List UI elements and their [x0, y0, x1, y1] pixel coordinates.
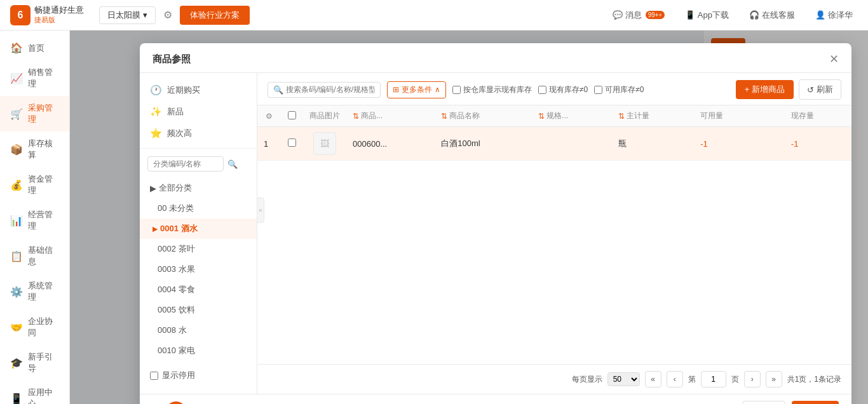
sidebar-item-system[interactable]: ⚙️ 系统管理: [0, 274, 69, 309]
user-icon: 👤: [815, 10, 825, 20]
image-icon: 🖼: [320, 138, 329, 149]
cell-name: 白酒100ml: [435, 127, 532, 161]
online-service-button[interactable]: 🎧 在线客服: [744, 10, 800, 21]
th-code[interactable]: ⇅ 商品...: [346, 105, 435, 127]
recent-buy-icon: 🕐: [150, 84, 162, 96]
purchase-icon: 🛒: [10, 108, 23, 120]
row-checkbox[interactable]: [288, 138, 296, 147]
th-current: 现存量: [785, 105, 851, 127]
store-dropdown[interactable]: 日太阳膜 ▾: [99, 6, 156, 24]
category-item-0001[interactable]: ▶ 0001 酒水: [140, 219, 257, 239]
chevron-up-icon: ∧: [435, 85, 440, 94]
user-menu[interactable]: 👤 徐泽华: [810, 10, 858, 21]
app-download-button[interactable]: 📱 App下载: [680, 10, 734, 21]
cart-button[interactable]: 🛒: [166, 401, 186, 404]
cell-code: 000600...: [346, 127, 435, 161]
th-settings[interactable]: ⚙: [257, 105, 280, 127]
category-search: 🔍: [140, 152, 257, 175]
warehouse-stock-checkbox[interactable]: [452, 86, 461, 94]
cancel-button[interactable]: 取消: [742, 401, 785, 404]
category-search-input[interactable]: [147, 156, 224, 172]
sidebar-label-operations: 经营管理: [28, 209, 59, 232]
main-layout: 🏠 首页 📈 销售管理 🛒 采购管理 📦 库存核算 💰 资金管理 📊 经营管理 …: [0, 30, 868, 404]
sidebar-item-basic-info[interactable]: 📋 基础信息: [0, 238, 69, 274]
sidebar-label-sales: 销售管理: [28, 67, 59, 90]
sidebar: 🏠 首页 📈 销售管理 🛒 采购管理 📦 库存核算 💰 资金管理 📊 经营管理 …: [0, 30, 70, 404]
select-all-checkbox[interactable]: [288, 111, 296, 119]
category-item-0002[interactable]: 0002 茶叶: [140, 239, 257, 259]
first-page-button[interactable]: «: [645, 371, 661, 387]
confirm-button[interactable]: 确定: [792, 401, 839, 404]
product-search-input[interactable]: [286, 85, 375, 94]
add-product-button[interactable]: + 新增商品: [736, 80, 794, 99]
category-all[interactable]: ▶ 全部分类: [140, 178, 257, 198]
per-page-select[interactable]: 50 100 200: [607, 372, 640, 386]
sidebar-item-guide[interactable]: 🎓 新手引导: [0, 345, 69, 380]
last-page-button[interactable]: »: [766, 371, 782, 387]
cell-check[interactable]: [280, 127, 303, 161]
cell-img: 🖼: [303, 127, 346, 161]
pagination: 每页显示 50 100 200 « ‹ 第 页 › » 共1页，1条记: [257, 364, 851, 394]
nonzero-stock-check[interactable]: 现有库存≠0: [538, 84, 588, 95]
th-spec[interactable]: ⇅ 规格...: [532, 105, 612, 127]
page-number-input[interactable]: [701, 371, 726, 387]
inventory-icon: 📦: [10, 144, 23, 156]
product-table: ⚙ 商品图片 ⇅ 商品...: [257, 105, 851, 161]
refresh-circle-icon: ↺: [807, 85, 814, 95]
category-item-0008[interactable]: 0008 水: [140, 320, 257, 340]
product-table-wrap: ⚙ 商品图片 ⇅ 商品...: [257, 105, 851, 364]
nonzero-stock-checkbox[interactable]: [538, 86, 546, 94]
available-nonzero-checkbox[interactable]: [594, 86, 602, 94]
category-item-0003[interactable]: 0003 水果: [140, 259, 257, 279]
th-name[interactable]: ⇅ 商品名称: [435, 105, 532, 127]
sidebar-item-purchase[interactable]: 🛒 采购管理: [0, 96, 69, 131]
table-row[interactable]: 1 🖼 000600... 白酒100ml: [257, 127, 851, 161]
sidebar-item-finance[interactable]: 💰 资金管理: [0, 167, 69, 203]
th-image: 商品图片: [303, 105, 346, 127]
show-disabled-footer: 显示停用: [140, 363, 257, 387]
available-nonzero-check[interactable]: 可用库存≠0: [594, 84, 644, 95]
trial-button[interactable]: 体验行业方案: [180, 6, 250, 25]
modal-title: 商品参照: [153, 53, 191, 65]
show-disabled-checkbox[interactable]: [150, 372, 158, 380]
warehouse-stock-check[interactable]: 按仓库显示现有库存: [452, 84, 532, 95]
sort-icon-name: ⇅: [441, 112, 447, 121]
sidebar-item-inventory[interactable]: 📦 库存核算: [0, 131, 69, 167]
collapse-panel-button[interactable]: «: [257, 198, 264, 223]
search-box-icon: 🔍: [273, 85, 283, 95]
category-item-00[interactable]: 00 未分类: [140, 198, 257, 219]
sidebar-item-app-center[interactable]: 📱 应用中心: [0, 380, 69, 404]
sidebar-item-sales[interactable]: 📈 销售管理: [0, 60, 69, 96]
gear-icon[interactable]: ⚙: [163, 9, 172, 21]
category-item-0005[interactable]: 0005 饮料: [140, 300, 257, 320]
th-stock: [761, 105, 785, 127]
frequent-item[interactable]: ⭐ 频次高: [140, 123, 257, 144]
recent-buy-item[interactable]: 🕐 近期购买: [140, 79, 257, 101]
more-filter-button[interactable]: ⊞ 更多条件 ∧: [387, 81, 446, 98]
table-refresh-button[interactable]: ↺ 刷新: [799, 79, 841, 100]
sort-icon: ⇅: [353, 112, 359, 121]
sidebar-label-purchase: 采购管理: [28, 102, 59, 125]
category-item-0004[interactable]: 0004 零食: [140, 279, 257, 300]
th-check[interactable]: [280, 105, 303, 127]
th-unit[interactable]: ⇅ 主计量: [612, 105, 694, 127]
sidebar-item-home[interactable]: 🏠 首页: [0, 36, 69, 60]
th-available: 可用量: [694, 105, 761, 127]
prev-page-button[interactable]: ‹: [667, 371, 683, 387]
category-item-0010[interactable]: 0010 家电: [140, 340, 257, 361]
show-disabled-label[interactable]: 显示停用: [162, 370, 195, 381]
product-reference-modal: 商品参照 ✕ 🕐 近期购买 ✨ 新品 ⭐ 频次: [140, 43, 851, 404]
guide-icon: 🎓: [10, 357, 23, 369]
message-icon: 💬: [613, 10, 623, 20]
sidebar-item-enterprise[interactable]: 🤝 企业协同: [0, 309, 69, 345]
next-page-button[interactable]: ›: [744, 371, 761, 387]
modal-footer: ? 🛒 连续选择的商品 0 ∧ 取消 确定: [140, 394, 851, 404]
system-icon: ⚙️: [10, 286, 23, 298]
messages-button[interactable]: 💬 消息 99++: [607, 10, 670, 21]
sidebar-item-operations[interactable]: 📊 经营管理: [0, 203, 69, 238]
new-items-item[interactable]: ✨ 新品: [140, 101, 257, 123]
sidebar-label-enterprise: 企业协同: [28, 316, 59, 339]
cell-available: -1: [694, 127, 761, 161]
modal-close-button[interactable]: ✕: [829, 52, 839, 66]
search-icon[interactable]: 🔍: [227, 159, 238, 169]
